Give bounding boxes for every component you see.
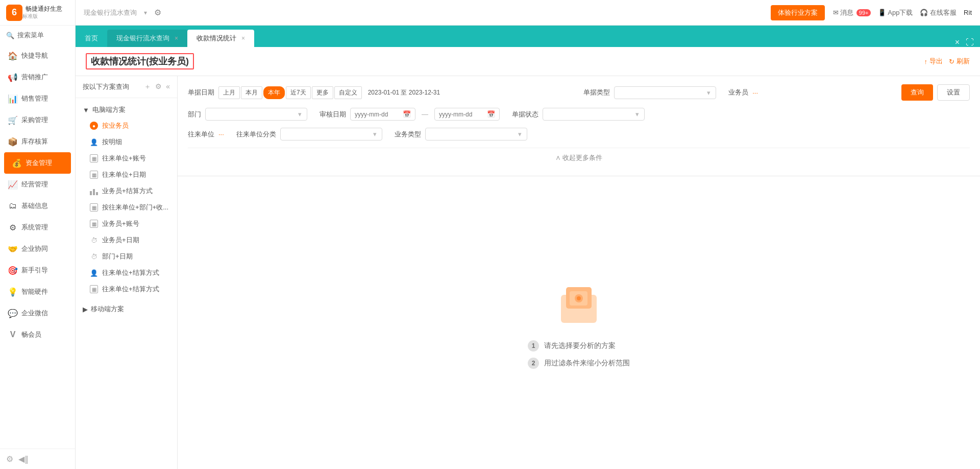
filter-row-2: 部门 ▾ 审核日期 📅 — xyxy=(188,108,970,121)
voucher-type-select[interactable]: ▾ xyxy=(614,86,716,99)
sidebar-item-label: 库存核算 xyxy=(21,137,48,146)
sidebar-item-quicknav[interactable]: 🏠 快捷导航 xyxy=(0,45,75,66)
sidebar-item-finance[interactable]: 💰 资金管理 xyxy=(4,152,71,174)
sidebar-item-label: 经营管理 xyxy=(21,180,48,189)
date-btn-this-month[interactable]: 本月 xyxy=(241,86,262,99)
trial-btn[interactable]: 体验行业方案 xyxy=(771,5,825,20)
date-btn-7days[interactable]: 近7天 xyxy=(286,86,311,99)
voucher-status-label: 单据状态 xyxy=(512,110,538,119)
sidebar-nav: 🏠 快捷导航 📢 营销推广 📊 销售管理 🛒 采购管理 📦 库存核算 💰 资金管… xyxy=(0,45,75,449)
sidebar-search-item[interactable]: 🔍 搜索菜单 xyxy=(0,26,75,45)
scheme-item-salesperson[interactable]: ● 按业务员 xyxy=(76,118,177,134)
scheme-item-salesperson-account[interactable]: ▦ 业务员+账号 xyxy=(76,216,177,232)
scheme-item-dept-date[interactable]: ⏱ 部门+日期 xyxy=(76,248,177,265)
sidebar-item-label: 资金管理 xyxy=(26,158,52,168)
step-num-2: 2 xyxy=(528,358,539,369)
scheme-sq-icon5: ▦ xyxy=(90,285,98,293)
audit-to-input[interactable] xyxy=(439,111,485,118)
page-header: 收款情况统计(按业务员) ↑ 导出 ↻ 刷新 xyxy=(76,47,980,76)
tab-bank-close-icon[interactable]: × xyxy=(175,35,178,42)
partner-more-btn[interactable]: ··· xyxy=(218,130,224,138)
sidebar-item-basic[interactable]: 🗂 基础信息 xyxy=(0,195,75,217)
scheme-settings-icon[interactable]: ⚙ xyxy=(155,82,162,91)
expand-icon: ▼ xyxy=(83,106,89,114)
online-service-btn[interactable]: 🎧 在线客服 xyxy=(920,8,957,17)
add-scheme-icon[interactable]: ＋ xyxy=(144,82,151,91)
tab-receipts[interactable]: 收款情况统计 × xyxy=(187,30,254,47)
sidebar-item-marketing[interactable]: 📢 营销推广 xyxy=(0,66,75,88)
scheme-item-detail[interactable]: 👤 按明细 xyxy=(76,134,177,150)
date-label: 单据日期 xyxy=(188,88,214,97)
date-btn-more[interactable]: 更多 xyxy=(312,86,333,99)
sidebar-item-operation[interactable]: 📈 经营管理 xyxy=(0,174,75,195)
collapse-panel-icon[interactable]: « xyxy=(166,82,170,91)
scheme-group-mobile-title[interactable]: ▶ 移动端方案 xyxy=(76,301,177,317)
sidebar-bottom: ⚙ ◀‖ xyxy=(0,449,75,469)
business-type-select[interactable]: ▾ xyxy=(425,128,527,140)
date-btn-custom[interactable]: 自定义 xyxy=(334,86,362,99)
settings-bottom-icon[interactable]: ⚙ xyxy=(6,454,13,464)
system-icon: ⚙ xyxy=(8,223,17,232)
audit-date-to[interactable]: 📅 xyxy=(434,108,500,121)
maximize-icon[interactable]: ⛶ xyxy=(966,38,974,47)
scheme-item-unit-account[interactable]: ▦ 往来单位+账号 xyxy=(76,150,177,167)
sidebar-item-hardware[interactable]: 💡 智能硬件 xyxy=(0,281,75,302)
scheme-item-salesperson-date[interactable]: ⏱ 业务员+日期 xyxy=(76,232,177,248)
audit-date-from[interactable]: 📅 xyxy=(350,108,415,121)
sidebar-item-label: 销售管理 xyxy=(21,94,48,103)
scheme-group-desktop-title[interactable]: ▼ 电脑端方案 xyxy=(76,102,177,118)
dept-select[interactable]: ▾ xyxy=(205,108,307,121)
date-range-display: 2023-01-01 至 2023-12-31 xyxy=(368,88,440,97)
partner-category-select[interactable]: ▾ xyxy=(280,128,382,140)
filter-business-type-item: 业务类型 ▾ xyxy=(395,128,527,140)
message-icon: ✉ xyxy=(833,9,839,16)
sidebar-item-inventory[interactable]: 📦 库存核算 xyxy=(0,131,75,152)
export-btn[interactable]: ↑ 导出 xyxy=(924,57,943,66)
scheme-item-unit-date[interactable]: ▦ 往来单位+日期 xyxy=(76,167,177,183)
settings-btn[interactable]: 设置 xyxy=(937,84,970,101)
sidebar-item-enterprise[interactable]: 🤝 企业协同 xyxy=(0,238,75,260)
right-panel: 单据日期 上月 本月 本年 近7天 更多 自定义 2023-01-01 至 xyxy=(178,76,980,469)
scheme-item-salesperson-payment[interactable]: 业务员+结算方式 xyxy=(76,183,177,199)
tab-bank[interactable]: 现金银行流水查询 × xyxy=(107,30,187,47)
date-btn-group: 上月 本月 本年 近7天 更多 自定义 xyxy=(218,86,362,99)
sidebar-item-label: 快捷导航 xyxy=(21,51,48,60)
dept-label: 部门 xyxy=(188,110,201,119)
sidebar-item-sales[interactable]: 📊 销售管理 xyxy=(0,88,75,109)
tab-home[interactable]: 首页 xyxy=(76,30,107,47)
tab-receipts-close-icon[interactable]: × xyxy=(241,35,245,42)
sidebar-item-member[interactable]: V 畅会员 xyxy=(0,324,75,345)
salesperson-more-btn[interactable]: ··· xyxy=(752,89,758,97)
audit-from-input[interactable] xyxy=(355,111,401,118)
service-icon: 🎧 xyxy=(920,9,928,16)
date-btn-last-month[interactable]: 上月 xyxy=(218,86,240,99)
voucher-status-select[interactable]: ▾ xyxy=(543,108,645,121)
topbar-gear-icon[interactable]: ⚙ xyxy=(154,8,161,17)
calendar-icon2: 📅 xyxy=(487,110,495,118)
business-type-chevron-icon: ▾ xyxy=(518,130,522,138)
sidebar-item-purchase[interactable]: 🛒 采购管理 xyxy=(0,109,75,131)
sidebar-item-system[interactable]: ⚙ 系统管理 xyxy=(0,217,75,238)
close-tab-icon[interactable]: × xyxy=(955,38,960,47)
scheme-item-unit-payment2[interactable]: ▦ 往来单位+结算方式 xyxy=(76,281,177,297)
query-btn[interactable]: 查询 xyxy=(901,84,933,101)
collapse-sidebar-icon[interactable]: ◀‖ xyxy=(18,454,29,464)
filter-voucher-type-item: 单据类型 ▾ xyxy=(583,86,716,99)
app-download-btn[interactable]: 📱 App下载 xyxy=(878,8,913,17)
refresh-btn[interactable]: ↻ 刷新 xyxy=(949,57,970,66)
scheme-item-unit-dept[interactable]: ▦ 按往来单位+部门+收... xyxy=(76,199,177,216)
scheme-item-unit-payment1[interactable]: 👤 往来单位+结算方式 xyxy=(76,265,177,281)
collapse-conditions-btn[interactable]: ∧ 收起更多条件 xyxy=(188,148,970,168)
topbar-icons: ✉ 消息 99+ 📱 App下载 🎧 在线客服 Rit xyxy=(833,8,972,17)
date-btn-this-year[interactable]: 本年 xyxy=(263,86,285,99)
sidebar-item-guide[interactable]: 🎯 新手引导 xyxy=(0,260,75,281)
calendar-icon: 📅 xyxy=(403,110,411,118)
expand-icon2: ▶ xyxy=(83,306,88,313)
filter-row-1: 单据日期 上月 本月 本年 近7天 更多 自定义 2023-01-01 至 xyxy=(188,84,970,101)
clock-icon2: ⏱ xyxy=(90,252,98,261)
user-name[interactable]: Rit xyxy=(964,9,972,16)
operation-icon: 📈 xyxy=(8,180,17,189)
sidebar-item-wechat[interactable]: 💬 企业微信 xyxy=(0,302,75,324)
messages-btn[interactable]: ✉ 消息 99+ xyxy=(833,8,871,17)
filter-salesperson-item: 业务员 ··· xyxy=(728,88,758,97)
